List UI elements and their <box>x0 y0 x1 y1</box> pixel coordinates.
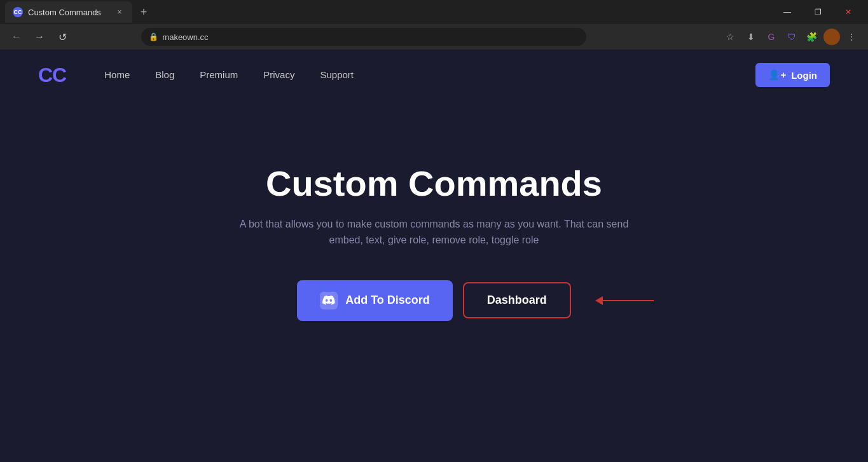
minimize-button[interactable]: — <box>773 0 802 24</box>
arrow-indicator <box>595 296 654 305</box>
tab-title: Custom Commands <box>28 8 109 17</box>
close-button[interactable]: ✕ <box>834 0 863 24</box>
address-bar[interactable]: 🔒 makeown.cc <box>141 28 586 46</box>
back-button[interactable]: ← <box>8 28 25 46</box>
add-to-discord-button[interactable]: Add To Discord <box>297 280 453 321</box>
save-icon[interactable]: ⬇ <box>742 28 760 46</box>
url-text: makeown.cc <box>162 32 208 42</box>
nav-blog[interactable]: Blog <box>155 69 174 80</box>
navbar: CC Home Blog Premium Privacy Support 👤+ … <box>0 50 868 100</box>
hero-section: Custom Commands A bot that allows you to… <box>0 100 868 372</box>
arrow-head <box>595 296 603 305</box>
translate-icon[interactable]: G <box>762 28 780 46</box>
logo[interactable]: CC <box>38 64 66 87</box>
login-icon: 👤+ <box>768 69 786 81</box>
discord-icon <box>320 292 338 309</box>
extensions-icon[interactable]: 🧩 <box>803 28 821 46</box>
lock-icon: 🔒 <box>149 32 158 41</box>
toolbar-icons: ☆ ⬇ G 🛡 🧩 ⋮ <box>722 28 860 46</box>
reload-button[interactable]: ↺ <box>53 28 71 46</box>
shield-icon[interactable]: 🛡 <box>783 28 801 46</box>
hero-subtitle: A bot that allows you to make custom com… <box>231 216 638 248</box>
profile-avatar[interactable] <box>823 29 840 45</box>
login-button[interactable]: 👤+ Login <box>755 63 830 87</box>
hero-buttons: Add To Discord Dashboard <box>297 280 571 321</box>
menu-icon[interactable]: ⋮ <box>843 28 860 46</box>
star-icon[interactable]: ☆ <box>722 28 740 46</box>
tab-bar: CC Custom Commands × + — ❐ ✕ <box>0 0 868 24</box>
browser-chrome: CC Custom Commands × + — ❐ ✕ ← → ↺ 🔒 mak… <box>0 0 868 50</box>
address-bar-row: ← → ↺ 🔒 makeown.cc ☆ ⬇ G 🛡 🧩 ⋮ <box>0 24 868 50</box>
website-content: CC Home Blog Premium Privacy Support 👤+ … <box>0 50 868 461</box>
maximize-button[interactable]: ❐ <box>803 0 832 24</box>
tab-favicon: CC <box>13 7 23 17</box>
nav-home[interactable]: Home <box>104 69 130 80</box>
tab-close-button[interactable]: × <box>114 7 125 17</box>
add-discord-label: Add To Discord <box>345 294 430 307</box>
forward-button[interactable]: → <box>31 28 48 46</box>
hero-title: Custom Commands <box>266 164 602 203</box>
nav-links: Home Blog Premium Privacy Support <box>104 69 755 81</box>
dashboard-button[interactable]: Dashboard <box>463 282 571 318</box>
login-label: Login <box>791 70 817 81</box>
nav-premium[interactable]: Premium <box>200 69 238 80</box>
nav-privacy[interactable]: Privacy <box>263 69 294 80</box>
new-tab-button[interactable]: + <box>135 3 153 21</box>
arrow-line <box>603 300 654 301</box>
nav-support[interactable]: Support <box>320 69 354 80</box>
active-tab[interactable]: CC Custom Commands × <box>5 1 132 23</box>
window-controls: — ❐ ✕ <box>773 0 863 24</box>
